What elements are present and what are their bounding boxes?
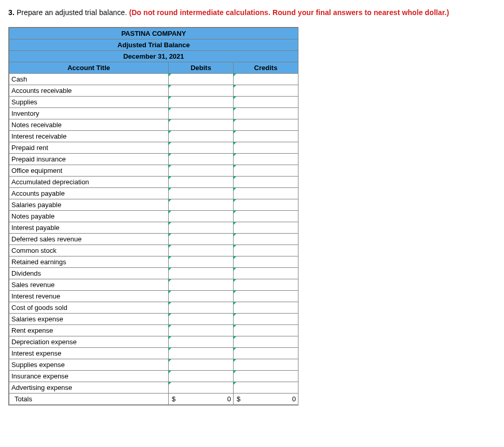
credit-cell[interactable] — [234, 336, 298, 348]
totals-label: Totals — [9, 394, 169, 405]
account-title-cell[interactable]: Accounts payable — [9, 188, 169, 199]
debit-cell[interactable] — [169, 234, 234, 245]
credit-cell[interactable] — [234, 211, 298, 222]
credit-cell[interactable] — [234, 359, 298, 371]
account-title-cell[interactable]: Interest payable — [9, 222, 169, 234]
account-title-cell[interactable]: Advertising expense — [9, 382, 169, 394]
credit-cell[interactable] — [234, 165, 298, 177]
debit-cell[interactable] — [169, 131, 234, 142]
debit-cell[interactable] — [169, 165, 234, 177]
credit-cell[interactable] — [234, 119, 298, 131]
credit-cell[interactable] — [234, 256, 298, 268]
debit-cell[interactable] — [169, 256, 234, 268]
debit-cell[interactable] — [169, 119, 234, 131]
account-title-cell[interactable]: Supplies expense — [9, 359, 169, 371]
account-title-cell[interactable]: Common stock — [9, 245, 169, 256]
credit-cell[interactable] — [234, 279, 298, 291]
debit-cell[interactable] — [169, 108, 234, 119]
credit-cell[interactable] — [234, 85, 298, 97]
table-row: Salaries payable — [9, 199, 298, 211]
credit-cell[interactable] — [234, 108, 298, 119]
debit-cell[interactable] — [169, 268, 234, 279]
debit-cell[interactable] — [169, 188, 234, 199]
debit-cell[interactable] — [169, 222, 234, 234]
account-title-cell[interactable]: Deferred sales revenue — [9, 234, 169, 245]
validated-icon — [233, 210, 237, 214]
credit-cell[interactable] — [234, 188, 298, 199]
debit-cell[interactable] — [169, 314, 234, 325]
account-title-cell[interactable]: Insurance expense — [9, 371, 169, 382]
account-title-cell[interactable]: Dividends — [9, 268, 169, 279]
validated-icon — [168, 290, 172, 294]
account-title-cell[interactable]: Salaries payable — [9, 199, 169, 211]
account-title-cell[interactable]: Cost of goods sold — [9, 302, 169, 314]
credit-cell[interactable] — [234, 325, 298, 336]
validated-icon — [168, 176, 172, 180]
account-title-cell[interactable]: Salaries expense — [9, 314, 169, 325]
credit-cell[interactable] — [234, 74, 298, 85]
account-title-cell[interactable]: Accounts receivable — [9, 85, 169, 97]
account-title-cell[interactable]: Rent expense — [9, 325, 169, 336]
credit-cell[interactable] — [234, 142, 298, 154]
account-title-cell[interactable]: Sales revenue — [9, 279, 169, 291]
table-row: Interest revenue — [9, 291, 298, 302]
debit-cell[interactable] — [169, 177, 234, 188]
validated-icon — [168, 302, 172, 305]
debit-cell[interactable] — [169, 348, 234, 359]
validated-icon — [233, 279, 237, 282]
account-title-cell[interactable]: Retained earnings — [9, 256, 169, 268]
statement-header: Adjusted Trial Balance — [9, 39, 298, 51]
validated-icon — [168, 279, 172, 282]
validated-icon — [233, 302, 237, 305]
validated-icon — [233, 176, 237, 180]
col-debits: Debits — [169, 62, 234, 74]
credit-cell[interactable] — [234, 245, 298, 256]
debit-cell[interactable] — [169, 302, 234, 314]
credit-cell[interactable] — [234, 234, 298, 245]
debit-cell[interactable] — [169, 154, 234, 165]
credit-cell[interactable] — [234, 97, 298, 108]
account-title-cell[interactable]: Interest expense — [9, 348, 169, 359]
debit-cell[interactable] — [169, 142, 234, 154]
debit-cell[interactable] — [169, 97, 234, 108]
debit-cell[interactable] — [169, 85, 234, 97]
debit-cell[interactable] — [169, 199, 234, 211]
debit-cell[interactable] — [169, 336, 234, 348]
account-title-cell[interactable]: Prepaid insurance — [9, 154, 169, 165]
credit-cell[interactable] — [234, 291, 298, 302]
debit-cell[interactable] — [169, 371, 234, 382]
account-title-cell[interactable]: Interest receivable — [9, 131, 169, 142]
debit-cell[interactable] — [169, 325, 234, 336]
credit-cell[interactable] — [234, 302, 298, 314]
credit-cell[interactable] — [234, 177, 298, 188]
table-row: Insurance expense — [9, 371, 298, 382]
debit-cell[interactable] — [169, 291, 234, 302]
credit-cell[interactable] — [234, 199, 298, 211]
account-title-cell[interactable]: Interest revenue — [9, 291, 169, 302]
account-title-cell[interactable]: Accumulated depreciation — [9, 177, 169, 188]
debit-cell[interactable] — [169, 74, 234, 85]
credit-cell[interactable] — [234, 314, 298, 325]
credit-cell[interactable] — [234, 154, 298, 165]
account-title-cell[interactable]: Prepaid rent — [9, 142, 169, 154]
credit-cell[interactable] — [234, 268, 298, 279]
account-title-cell[interactable]: Cash — [9, 74, 169, 85]
credit-cell[interactable] — [234, 222, 298, 234]
account-title-cell[interactable]: Inventory — [9, 108, 169, 119]
debit-cell[interactable] — [169, 382, 234, 394]
credit-cell[interactable] — [234, 348, 298, 359]
debit-cell[interactable] — [169, 245, 234, 256]
account-title-cell[interactable]: Notes payable — [9, 211, 169, 222]
credit-cell[interactable] — [234, 382, 298, 394]
account-title-cell[interactable]: Depreciation expense — [9, 336, 169, 348]
debit-cell[interactable] — [169, 279, 234, 291]
credit-cell[interactable] — [234, 371, 298, 382]
validated-icon — [233, 347, 237, 351]
account-title-cell[interactable]: Notes receivable — [9, 119, 169, 131]
account-title-cell[interactable]: Office equipment — [9, 165, 169, 177]
table-row: Cost of goods sold — [9, 302, 298, 314]
debit-cell[interactable] — [169, 211, 234, 222]
credit-cell[interactable] — [234, 131, 298, 142]
account-title-cell[interactable]: Supplies — [9, 97, 169, 108]
debit-cell[interactable] — [169, 359, 234, 371]
